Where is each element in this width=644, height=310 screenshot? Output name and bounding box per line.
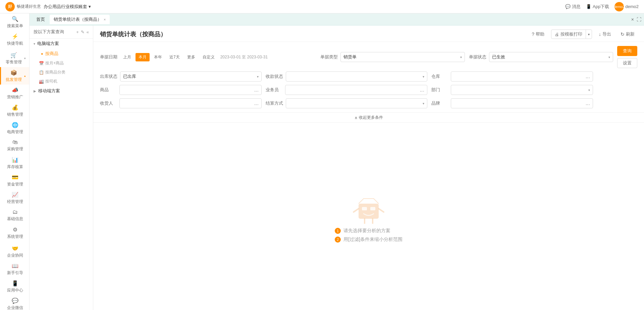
sidebar-item-enterprise[interactable]: 🤝 企业协同: [0, 243, 29, 260]
settings-button[interactable]: 设置: [617, 58, 637, 68]
svg-line-3: [354, 209, 359, 212]
tab-bar: 首页 销货单统计表（按商品） × × ⛶: [30, 13, 644, 25]
sub-scheme-category[interactable]: 📋 按商品分类: [30, 68, 93, 77]
print-button-group: 🖨 按模板打印 ▾: [551, 30, 592, 39]
sub-scheme-warehouse[interactable]: 🏭 按司机: [30, 77, 93, 86]
sidebar-item-guide[interactable]: 📖 新手引导: [0, 260, 29, 278]
avatar: demo2: [614, 2, 624, 11]
filter-item-payment-status: 收款状态 ▾: [266, 71, 427, 82]
sidebar-item-inventory[interactable]: 📊 库存核算: [0, 154, 29, 172]
doc-status-select[interactable]: 已生效 ▾: [489, 52, 613, 62]
payment-status-select[interactable]: ▾: [286, 71, 427, 82]
date-btn-more[interactable]: 更多: [184, 53, 198, 61]
settlement-select[interactable]: ▾: [286, 98, 427, 108]
brand-dots[interactable]: ...: [586, 100, 590, 106]
empty-tip-2: 2 用[过滤]条件来缩小分析范围: [335, 237, 402, 243]
doc-type-select[interactable]: 销货单 ▾: [340, 52, 465, 62]
tip1-number: 1: [335, 228, 341, 234]
consignee-dots[interactable]: ...: [254, 100, 259, 106]
add-scheme-button[interactable]: +: [76, 30, 79, 35]
filter-item-brand: 品牌 ...: [431, 98, 593, 108]
empty-state: 1 请先选择要分析的方案 2 用[过滤]条件来缩小分析范围: [93, 123, 644, 310]
sidebar-item-finance[interactable]: 💳 资金管理: [0, 172, 29, 189]
filter-item-doc-status: 单据状态 已生效 ▾: [469, 52, 613, 62]
consignee-select[interactable]: ...: [119, 98, 262, 108]
sidebar-item-system[interactable]: ⚙ 系统管理: [0, 224, 29, 242]
purchase-icon: 🛍: [12, 139, 18, 145]
sidebar-item-retail[interactable]: 🛒 零售管理 ▾: [0, 50, 29, 67]
tab-active[interactable]: 销货单统计表（按商品） ×: [50, 15, 110, 24]
sidebar-item-appcenter[interactable]: 📱 应用中心: [0, 278, 29, 295]
date-btn-last-month[interactable]: 上月: [120, 53, 134, 61]
warehouse-select[interactable]: ...: [451, 71, 593, 82]
sub-scheme-group: 📅 按月+商品 📋 按商品分类 🏭 按司机: [30, 59, 93, 86]
user-profile[interactable]: demo2 demo2: [614, 2, 639, 11]
staff-select[interactable]: ...: [285, 85, 427, 95]
pc-group-name: 电脑端方案: [37, 41, 59, 47]
guide-icon: 📖: [12, 263, 18, 269]
filter-item-consignee: 收货人 ...: [100, 98, 262, 108]
retail-arrow: ▾: [24, 57, 26, 60]
sidebar-item-marketing[interactable]: 📣 营销推广: [0, 85, 29, 102]
date-btn-last7days[interactable]: 近7天: [166, 53, 183, 61]
collapse-panel-button[interactable]: «: [87, 30, 89, 35]
edit-scheme-button[interactable]: ✎: [81, 30, 85, 35]
print-button[interactable]: 🖨 按模板打印: [551, 30, 586, 39]
tab-home[interactable]: 首页: [32, 15, 49, 24]
product-dots[interactable]: ...: [254, 87, 259, 93]
department-label: 部门: [431, 87, 448, 93]
department-select[interactable]: ▾: [451, 85, 593, 95]
sidebar-item-wholesale[interactable]: 📦 批发管理 ▴: [0, 67, 29, 85]
sidebar-item-purchase[interactable]: 🛍 采购管理: [0, 137, 29, 154]
doc-status-arrow: ▾: [608, 55, 610, 59]
filter-row-1: 单据日期 上月 本月 本年 近7天 更多 自定义 2023-03-01 至 20…: [100, 46, 637, 68]
print-dropdown-arrow[interactable]: ▾: [586, 31, 592, 38]
query-button[interactable]: 查询: [617, 46, 637, 56]
sidebar-item-ecommerce[interactable]: 🌐 电商管理: [0, 119, 29, 137]
sidebar-item-sales[interactable]: 💰 销售管理: [0, 102, 29, 119]
active-scheme-icon: ●: [41, 52, 43, 56]
out-status-select[interactable]: 已出库 ▾: [120, 71, 262, 82]
tip1-text: 请先选择要分析的方案: [343, 228, 390, 234]
category-icon: 📋: [39, 70, 44, 75]
message-button[interactable]: 💬 消息: [565, 4, 581, 10]
operations-icon: 📈: [12, 192, 18, 198]
topbar-right: 💬 消息 📱 App下载 demo2 demo2: [565, 2, 639, 11]
staff-dots[interactable]: ...: [420, 87, 424, 93]
sidebar-item-search[interactable]: 🔍 搜索菜单: [0, 13, 29, 31]
app-download-button[interactable]: 📱 App下载: [586, 4, 609, 10]
scheme-group-pc-header[interactable]: ▾ 电脑端方案: [30, 39, 93, 49]
date-btn-this-year[interactable]: 本年: [151, 53, 165, 61]
sidebar-item-wechat[interactable]: 💬 企业微信: [0, 295, 29, 310]
product-select[interactable]: ...: [119, 85, 262, 95]
collapse-bar[interactable]: ∧ 收起更多条件: [93, 113, 644, 123]
refresh-button[interactable]: ↻ 刷新: [618, 30, 637, 39]
maximize-button[interactable]: ⛶: [637, 17, 641, 22]
export-button[interactable]: ↓ 导出: [596, 30, 614, 39]
workspace-selector[interactable]: 办公用品行业模拟账套 ▾: [44, 4, 91, 10]
filter-item-settlement: 结算方式 ▾: [266, 98, 427, 108]
date-btn-this-month[interactable]: 本月: [136, 53, 150, 61]
filter-item-product: 商品 ...: [100, 85, 262, 95]
sidebar-item-operations[interactable]: 📈 经营管理: [0, 189, 29, 207]
brand-select[interactable]: ...: [451, 98, 593, 108]
sub-scheme-month-product[interactable]: 📅 按月+商品: [30, 59, 93, 68]
svg-rect-0: [359, 204, 379, 219]
date-btn-custom[interactable]: 自定义: [200, 53, 218, 61]
filter-item-doc-type: 单据类型 销货单 ▾: [320, 52, 465, 62]
sidebar-item-basic[interactable]: 🗂 基础信息: [0, 207, 29, 224]
wechat-icon: 💬: [12, 298, 18, 304]
scheme-group-pc: ▾ 电脑端方案 ● 按商品 📅 按月+商品: [30, 39, 93, 86]
tab-close-button[interactable]: ×: [104, 17, 106, 21]
filter-row-3: 商品 ... 业务员 ...: [100, 85, 637, 95]
minimize-button[interactable]: ×: [631, 17, 634, 22]
collapse-label: 收起更多条件: [359, 115, 383, 120]
warehouse-dots[interactable]: ...: [586, 73, 590, 80]
logo-text: 畅捷通好生意: [17, 4, 41, 9]
help-button[interactable]: ? 帮助: [529, 30, 547, 39]
scheme-item-by-product[interactable]: ● 按商品: [30, 49, 93, 59]
filter-row-2: 出库状态 已出库 ▾ 收款状态 ▾: [100, 71, 637, 82]
scheme-group-mobile-header[interactable]: ▶ 移动端方案: [30, 86, 93, 96]
mobile-group-arrow: ▶: [34, 89, 36, 93]
sidebar-item-quicknav[interactable]: ⚡ 快捷导航: [0, 31, 29, 48]
